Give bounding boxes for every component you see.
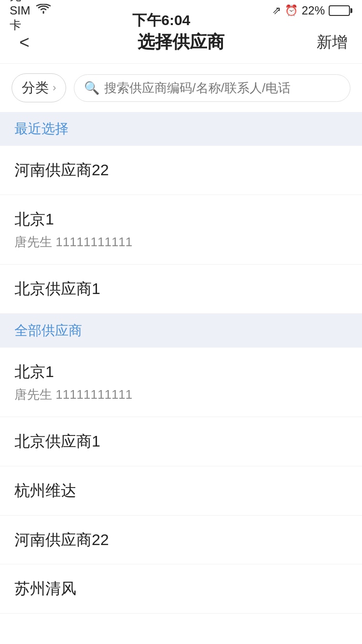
item-name: 苏州清风 bbox=[14, 578, 348, 600]
all-items-list: 北京1唐先生 11111111111北京供应商1杭州维达河南供应商22苏州清风 bbox=[0, 348, 362, 614]
all-section-header: 全部供应商 bbox=[0, 314, 362, 348]
nav-title: 选择供应商 bbox=[138, 30, 224, 54]
battery-icon bbox=[329, 5, 352, 16]
search-icon: 🔍 bbox=[84, 81, 99, 96]
recent-items-list: 河南供应商22北京1唐先生 11111111111北京供应商1 bbox=[0, 146, 362, 314]
status-right: ⇗ ⏰ 22% bbox=[272, 4, 352, 17]
list-item[interactable]: 北京供应商1 bbox=[0, 265, 362, 314]
item-name: 北京供应商1 bbox=[14, 431, 348, 452]
item-sub: 唐先生 11111111111 bbox=[14, 386, 348, 403]
list-item[interactable]: 北京1唐先生 11111111111 bbox=[0, 348, 362, 417]
recent-section-header: 最近选择 bbox=[0, 112, 362, 146]
item-name: 北京供应商1 bbox=[14, 278, 348, 300]
item-name: 河南供应商22 bbox=[14, 159, 348, 181]
category-label: 分类 bbox=[22, 79, 49, 97]
search-input[interactable] bbox=[104, 81, 340, 96]
new-action-button[interactable]: 新增 bbox=[317, 32, 348, 53]
status-time: 下午6:04 bbox=[132, 11, 190, 30]
item-name: 杭州维达 bbox=[14, 480, 348, 502]
list-item[interactable]: 苏州清风 bbox=[0, 564, 362, 614]
alarm-icon: ⏰ bbox=[285, 4, 298, 17]
item-name: 北京1 bbox=[14, 209, 348, 230]
battery-text: 22% bbox=[302, 4, 325, 17]
item-name: 河南供应商22 bbox=[14, 529, 348, 551]
chevron-right-icon: › bbox=[53, 82, 56, 94]
filter-bar: 分类 › 🔍 bbox=[0, 64, 362, 112]
list-item[interactable]: 杭州维达 bbox=[0, 466, 362, 516]
wifi-icon bbox=[36, 4, 51, 17]
list-item[interactable]: 北京供应商1 bbox=[0, 417, 362, 466]
list-item[interactable]: 河南供应商22 bbox=[0, 516, 362, 565]
category-button[interactable]: 分类 › bbox=[12, 73, 66, 102]
location-icon: ⇗ bbox=[272, 4, 281, 17]
all-section-label: 全部供应商 bbox=[14, 323, 82, 338]
list-item[interactable]: 北京1唐先生 11111111111 bbox=[0, 195, 362, 265]
status-bar: 无SIM卡 下午6:04 ⇗ ⏰ 22% bbox=[0, 0, 362, 21]
recent-section-label: 最近选择 bbox=[14, 121, 69, 136]
back-button[interactable]: < bbox=[14, 28, 34, 57]
item-name: 北京1 bbox=[14, 361, 348, 383]
list-item[interactable]: 河南供应商22 bbox=[0, 146, 362, 195]
search-box: 🔍 bbox=[74, 74, 350, 102]
item-sub: 唐先生 11111111111 bbox=[14, 233, 348, 251]
